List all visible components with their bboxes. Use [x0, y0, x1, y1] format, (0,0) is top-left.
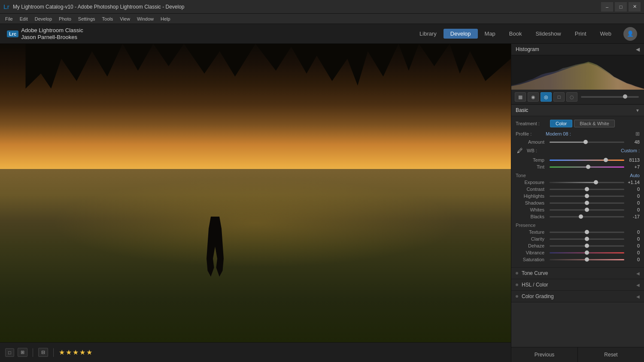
exposure-value: +1.14	[626, 180, 640, 185]
tint-thumb[interactable]	[586, 165, 590, 169]
menu-view[interactable]: View	[116, 15, 134, 22]
amount-slider[interactable]	[550, 142, 624, 143]
basic-panel-title: Basic	[516, 107, 528, 113]
exposure-thumb[interactable]	[594, 180, 598, 184]
blacks-slider[interactable]	[550, 216, 624, 217]
shadows-thumb[interactable]	[585, 201, 589, 205]
toolbar-separator-2	[53, 348, 54, 357]
whites-slider[interactable]	[550, 209, 624, 211]
menu-window[interactable]: Window	[134, 15, 157, 22]
menu-photo[interactable]: Photo	[55, 15, 75, 22]
exposure-label: Exposure	[516, 180, 548, 185]
vibrance-thumb[interactable]	[585, 250, 589, 255]
view-single-button[interactable]: □	[5, 348, 14, 357]
texture-slider[interactable]	[550, 232, 624, 233]
shadows-label: Shadows	[516, 200, 548, 205]
menu-edit[interactable]: Edit	[16, 15, 31, 22]
tone-curve-chevron: ◀	[636, 271, 640, 276]
amount-thumb[interactable]	[583, 140, 588, 144]
nav-web[interactable]: Web	[593, 29, 619, 39]
nav-map[interactable]: Map	[478, 29, 502, 39]
vibrance-slider[interactable]	[550, 252, 624, 253]
tint-row: Tint +7	[516, 164, 640, 169]
eyedropper-icon[interactable]: 🖉	[516, 146, 524, 155]
tone-label: Tone	[516, 173, 526, 178]
histogram-chevron[interactable]: ◀	[636, 46, 640, 52]
blacks-thumb[interactable]	[579, 214, 583, 219]
window-title: My Lightroom Catalog-v10 - Adobe Photosh…	[13, 4, 185, 10]
app-icon: Lr	[3, 3, 9, 10]
temp-slider[interactable]	[550, 160, 624, 161]
nav-print[interactable]: Print	[568, 29, 593, 39]
saturation-slider[interactable]	[550, 259, 624, 260]
tool-brightness-slider[interactable]	[581, 96, 639, 98]
tool-circle3-icon[interactable]: ◌	[566, 92, 577, 102]
amount-fill	[550, 142, 586, 143]
hsl-color-panel[interactable]: HSL / Color ◀	[511, 279, 644, 291]
exposure-slider[interactable]	[550, 182, 624, 183]
highlights-slider[interactable]	[550, 196, 624, 197]
saturation-thumb[interactable]	[585, 257, 589, 262]
nav-book[interactable]: Book	[502, 29, 529, 39]
temp-thumb[interactable]	[604, 158, 608, 162]
basic-panel-header[interactable]: Basic ▼	[511, 105, 644, 116]
treatment-color-btn[interactable]: Color	[550, 120, 572, 127]
panels-area[interactable]: Basic ▼ Treatment : Color Black & White …	[511, 105, 644, 347]
contrast-value: 0	[626, 187, 640, 192]
highlights-row: Highlights 0	[516, 193, 640, 199]
tool-grid-icon[interactable]: ▦	[515, 92, 526, 102]
star-rating[interactable]: ★★★★★	[59, 348, 93, 356]
whites-value: 0	[626, 207, 640, 212]
color-grading-panel[interactable]: Color Grading ◀	[511, 291, 644, 302]
texture-label: Texture	[516, 229, 548, 235]
field-glow	[51, 178, 460, 268]
tone-curve-panel[interactable]: Tone Curve ◀	[511, 268, 644, 279]
menu-develop[interactable]: Develop	[31, 15, 55, 22]
tone-auto-btn[interactable]: Auto	[630, 173, 640, 178]
tint-slider[interactable]	[550, 166, 624, 168]
profile-value-link[interactable]: Modern 08 :	[546, 131, 571, 136]
whites-label: Whites	[516, 207, 548, 212]
menu-settings[interactable]: Settings	[75, 15, 99, 22]
clarity-slider[interactable]	[550, 238, 624, 240]
tool-square-icon[interactable]: □	[553, 92, 565, 102]
treatment-bw-btn[interactable]: Black & White	[574, 120, 614, 127]
nav-library[interactable]: Library	[413, 29, 444, 39]
tool-circle2-icon[interactable]: ◎	[541, 92, 552, 102]
reset-button[interactable]: Reset	[578, 347, 644, 362]
clarity-thumb[interactable]	[585, 237, 589, 241]
histogram-svg	[511, 55, 644, 90]
highlights-thumb[interactable]	[585, 194, 589, 198]
user-avatar[interactable]: 👤	[623, 27, 637, 41]
topnav: Lrc Adobe Lightroom Classic Jason Parnel…	[0, 24, 644, 44]
texture-thumb[interactable]	[585, 230, 589, 234]
contrast-slider[interactable]	[550, 189, 624, 190]
temp-row: Temp 8113	[516, 157, 640, 163]
dehaze-slider[interactable]	[550, 245, 624, 247]
nav-links: Library Develop Map Book Slideshow Print…	[413, 29, 618, 39]
menu-help[interactable]: Help	[157, 15, 174, 22]
whites-thumb[interactable]	[585, 208, 589, 212]
titlebar-left: Lr My Lightroom Catalog-v10 - Adobe Phot…	[3, 3, 185, 10]
menu-file[interactable]: File	[2, 15, 16, 22]
maximize-button[interactable]: □	[615, 2, 627, 12]
blacks-value: -17	[626, 214, 640, 219]
view-grid-button[interactable]: ⊞	[18, 348, 27, 357]
toolbar-separator	[33, 348, 33, 357]
previous-button[interactable]: Previous	[511, 347, 578, 362]
nav-develop[interactable]: Develop	[444, 29, 478, 39]
close-button[interactable]: ✕	[629, 2, 641, 12]
profile-value: Modern 08 :	[546, 131, 635, 136]
highlights-value: 0	[626, 193, 640, 199]
shadows-slider[interactable]	[550, 202, 624, 204]
view-compare-button[interactable]: ⊟	[38, 348, 48, 357]
nav-slideshow[interactable]: Slideshow	[529, 29, 568, 39]
dehaze-thumb[interactable]	[585, 244, 589, 248]
profile-grid-icon[interactable]: ⊞	[635, 131, 640, 137]
contrast-thumb[interactable]	[585, 187, 589, 191]
tool-circle1-icon[interactable]: ◉	[528, 92, 539, 102]
minimize-button[interactable]: –	[601, 2, 613, 12]
menu-tools[interactable]: Tools	[99, 15, 117, 22]
logo-text: Adobe Lightroom Classic Jason Parnell-Br…	[21, 27, 83, 40]
wb-value[interactable]: Custom :	[621, 148, 640, 153]
